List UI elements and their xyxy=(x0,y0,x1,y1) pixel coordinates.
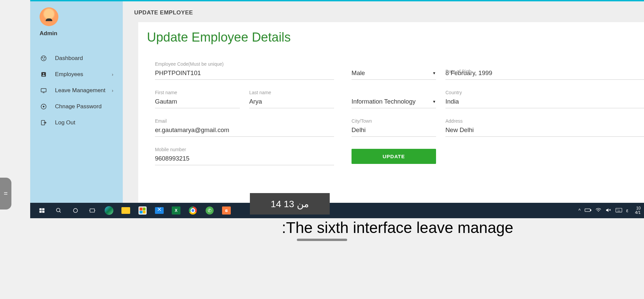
sidebar-item-label: Chnage Password xyxy=(55,103,102,110)
first-name-label: First name xyxy=(155,90,240,95)
svg-point-5 xyxy=(43,73,44,74)
page-title: Update Employee Details xyxy=(147,30,644,45)
emp-code-input[interactable]: PHPTPOINT101 xyxy=(155,68,334,80)
file-explorer-icon[interactable] xyxy=(117,203,134,218)
svg-point-9 xyxy=(43,106,44,107)
system-tray: ^ ε 10 4/1 xyxy=(578,206,641,215)
svg-rect-22 xyxy=(591,210,591,211)
xampp-icon[interactable]: ຣ xyxy=(218,203,235,218)
last-name-label: Last name xyxy=(249,90,334,95)
update-button[interactable]: UPDATE xyxy=(352,149,436,164)
country-label: Country xyxy=(445,90,644,95)
task-view-icon[interactable] xyxy=(84,203,101,218)
sidebar-item-label: Log Out xyxy=(55,119,75,126)
wifi-icon[interactable] xyxy=(595,208,601,214)
gender-label xyxy=(352,61,436,67)
first-name-input[interactable]: Gautam xyxy=(155,97,240,108)
sidebar-item-employees[interactable]: Employees › xyxy=(30,66,123,82)
volume-muted-icon[interactable] xyxy=(605,207,611,214)
start-button[interactable] xyxy=(34,203,50,218)
mobile-input[interactable]: 9608993215 xyxy=(155,154,334,165)
person-icon xyxy=(40,70,48,78)
monitor-icon xyxy=(40,86,48,95)
dob-label xyxy=(445,61,644,67)
sidebar-item-logout[interactable]: Log Out xyxy=(30,115,123,131)
user-role-label: Admin xyxy=(40,30,123,37)
side-handle[interactable]: = xyxy=(0,178,11,210)
sidebar-item-label: Dashboard xyxy=(55,55,83,62)
gender-select[interactable]: Male▼ xyxy=(352,68,436,80)
excel-icon[interactable]: X xyxy=(168,203,184,218)
svg-point-2 xyxy=(44,57,45,58)
tray-chevron-icon[interactable]: ^ xyxy=(578,208,581,213)
address-label: Address xyxy=(445,118,644,124)
sidebar-item-leave-management[interactable]: Leave Management › xyxy=(30,82,123,99)
chevron-right-icon: › xyxy=(112,72,113,77)
dob-input[interactable]: Date of Birth 8 February, 1999 xyxy=(445,68,644,80)
svg-rect-6 xyxy=(41,88,46,92)
svg-point-15 xyxy=(56,208,60,212)
sidebar: Admin Dashboard Employees › Leave Manage… xyxy=(30,1,123,203)
department-select[interactable]: Information Technology▼ xyxy=(352,97,436,108)
email-label: Email xyxy=(155,118,334,124)
country-input[interactable]: India xyxy=(445,97,644,108)
drag-handle[interactable] xyxy=(297,239,347,241)
mail-icon[interactable] xyxy=(151,203,168,218)
taskbar-clock[interactable]: 10 4/1 xyxy=(632,206,641,215)
svg-rect-18 xyxy=(90,209,94,212)
svg-rect-13 xyxy=(40,211,42,213)
edge-icon[interactable] xyxy=(101,203,117,218)
whatsapp-icon[interactable]: ✆ xyxy=(201,203,218,218)
department-label xyxy=(352,90,436,95)
email-input[interactable]: er.gautamarya@gmail.com xyxy=(155,125,334,137)
battery-icon[interactable] xyxy=(585,208,591,213)
app-window: Admin Dashboard Employees › Leave Manage… xyxy=(30,0,644,203)
svg-rect-25 xyxy=(616,208,622,212)
svg-rect-21 xyxy=(585,209,590,212)
form-card: Update Employee Details Employee Code(Mu… xyxy=(138,22,644,203)
last-name-input[interactable]: Arya xyxy=(249,97,334,108)
bottom-scroll-handle xyxy=(0,235,644,245)
chrome-icon[interactable] xyxy=(184,203,201,218)
sidebar-item-label: Leave Management xyxy=(55,87,105,94)
address-input[interactable]: New Delhi xyxy=(445,125,644,137)
avatar xyxy=(40,7,58,26)
language-indicator[interactable]: ε xyxy=(626,208,628,213)
windows-taskbar: X ✆ ຣ ^ ε 10 4/1 xyxy=(30,203,644,218)
dropdown-arrow-icon: ▼ xyxy=(432,100,436,104)
cortana-icon[interactable] xyxy=(67,203,84,218)
svg-rect-12 xyxy=(42,208,45,210)
mobile-label: Mobile number xyxy=(155,147,334,152)
target-icon xyxy=(40,103,48,111)
city-label: City/Town xyxy=(352,118,436,124)
city-input[interactable]: Delhi xyxy=(352,125,436,137)
search-icon[interactable] xyxy=(50,203,67,218)
svg-point-1 xyxy=(42,58,43,58)
main-content: UPDATE EMPLOYEE Update Employee Details … xyxy=(123,1,644,203)
breadcrumb: UPDATE EMPLOYEE xyxy=(123,1,644,22)
keyboard-icon[interactable] xyxy=(615,208,622,214)
emp-code-label: Employee Code(Must be unique) xyxy=(155,61,334,67)
dropdown-arrow-icon: ▼ xyxy=(432,71,436,75)
page-counter-overlay: 14 من 13 xyxy=(250,193,330,215)
svg-point-17 xyxy=(73,208,77,213)
svg-line-16 xyxy=(59,211,61,213)
slide-caption: :The sixth interface leave manage xyxy=(282,219,513,237)
sidebar-item-label: Employees xyxy=(55,71,83,78)
dashboard-icon xyxy=(40,54,48,62)
svg-rect-11 xyxy=(40,208,42,210)
logout-icon xyxy=(40,119,48,127)
svg-point-0 xyxy=(41,56,46,61)
svg-point-3 xyxy=(44,59,44,60)
chevron-right-icon: › xyxy=(112,88,113,93)
sidebar-item-change-password[interactable]: Chnage Password xyxy=(30,99,123,115)
svg-rect-14 xyxy=(42,211,45,213)
sidebar-item-dashboard[interactable]: Dashboard xyxy=(30,50,123,66)
microsoft-store-icon[interactable] xyxy=(134,203,151,218)
